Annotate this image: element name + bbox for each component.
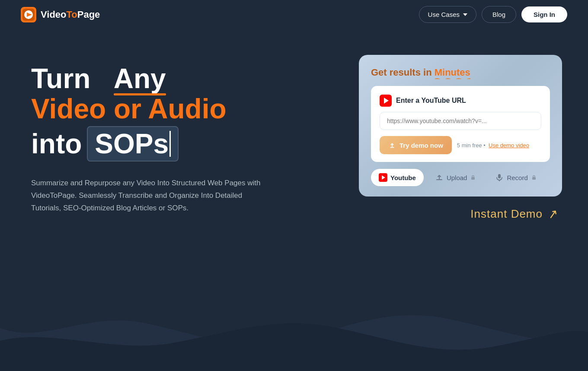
send-icon (388, 141, 396, 149)
tab-youtube-icon (379, 173, 387, 182)
tab-youtube[interactable]: Youtube (371, 169, 424, 186)
try-demo-button[interactable]: Try demo now (380, 136, 452, 154)
use-demo-video-link[interactable]: Use demo video (489, 142, 529, 149)
hero-right: Get results in Minutes Enter a YouTube U… (359, 55, 562, 221)
wave-section (0, 293, 588, 371)
lock-icon-2 (531, 174, 537, 181)
blog-button[interactable]: Blog (482, 6, 516, 23)
instant-demo: Instant Demo ↗ (359, 207, 562, 221)
youtube-icon (380, 95, 392, 107)
microphone-icon (495, 173, 504, 182)
hero-title: Turn Any Video or Audio into SOPs (31, 63, 265, 162)
hero-left: Turn Any Video or Audio into SOPs Summar… (31, 55, 265, 215)
input-label: Enter a YouTube URL (380, 95, 541, 107)
navbar: VideoToPage Use Cases Blog Sign In (0, 0, 588, 29)
svg-rect-8 (532, 177, 536, 180)
logo-text: VideoToPage (41, 9, 100, 20)
main-content: Turn Any Video or Audio into SOPs Summar… (0, 29, 588, 221)
youtube-play-icon (384, 98, 389, 104)
youtube-url-input[interactable] (380, 112, 541, 130)
lock-icon (470, 174, 476, 181)
tab-record[interactable]: Record (487, 169, 544, 186)
sops-box: SOPs (87, 126, 179, 162)
demo-meta: 5 min free • Use demo video (457, 142, 529, 149)
chevron-down-icon (463, 13, 467, 16)
instant-demo-text: Instant Demo (470, 207, 543, 221)
svg-rect-6 (498, 174, 501, 178)
try-demo-row: Try demo now 5 min free • Use demo video (380, 136, 541, 154)
tab-row: Youtube Upload (371, 169, 550, 186)
upload-icon (435, 173, 444, 182)
nav-right: Use Cases Blog Sign In (419, 6, 567, 23)
logo[interactable]: VideoToPage (21, 7, 100, 22)
use-cases-button[interactable]: Use Cases (419, 6, 476, 23)
youtube-input-section: Enter a YouTube URL Try demo now 5 min f… (371, 86, 550, 162)
tab-upload[interactable]: Upload (427, 169, 484, 186)
svg-rect-5 (471, 177, 475, 180)
logo-icon (21, 7, 36, 22)
hero-description: Summarize and Repurpose any Video Into S… (31, 177, 265, 215)
text-cursor (169, 131, 171, 157)
svg-rect-4 (390, 147, 394, 148)
arrow-icon: ↗ (546, 206, 559, 222)
conversion-card: Get results in Minutes Enter a YouTube U… (359, 55, 562, 197)
wave-svg (0, 293, 588, 371)
card-header: Get results in Minutes (371, 67, 550, 78)
sign-in-button[interactable]: Sign In (521, 6, 567, 22)
